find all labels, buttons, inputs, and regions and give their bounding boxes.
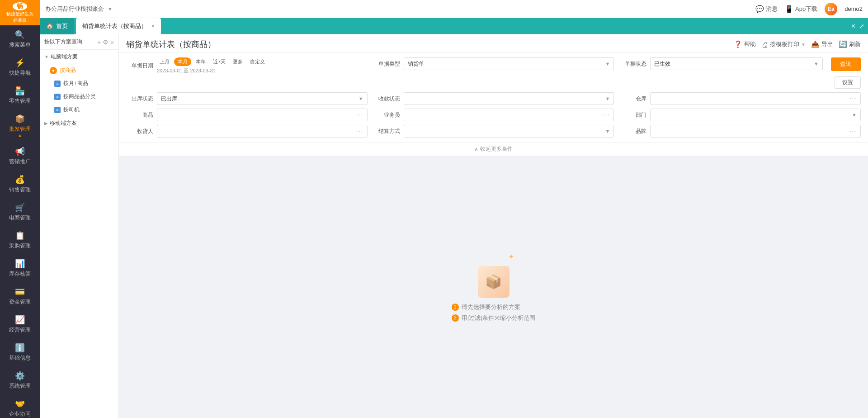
- download-icon: 📱: [785, 5, 793, 13]
- sidebar-item-finance[interactable]: 💳 资金管理: [0, 282, 40, 310]
- date-strip: 上月 本月 本年 近7天 更多 自定义: [157, 57, 368, 66]
- collapse-up-icon: ∧: [474, 146, 478, 152]
- settle-method-label: 结算方式: [373, 128, 404, 135]
- date-btn-custom[interactable]: 自定义: [247, 57, 268, 66]
- user-avatar[interactable]: Ea: [825, 3, 837, 15]
- sidebar-item-label: 经营管理: [9, 326, 31, 334]
- sidebar-item-inventory[interactable]: 📊 库存核算: [0, 254, 40, 282]
- tab-minimize-button[interactable]: ×: [851, 22, 855, 30]
- print-button[interactable]: 🖨 按模板打印 ▼: [761, 40, 806, 48]
- app-download-button[interactable]: 📱 App下载: [785, 5, 817, 13]
- settings-scheme-button[interactable]: ⚙: [103, 38, 108, 46]
- mobile-group-expand-icon: ▶: [44, 121, 48, 126]
- doc-type-control[interactable]: 销货单 ▼: [404, 57, 614, 70]
- user-name[interactable]: demo2: [844, 5, 863, 12]
- scheme-header-actions: + ⚙ «: [97, 38, 114, 46]
- settle-method-control[interactable]: ▼: [404, 125, 614, 138]
- brand-control[interactable]: ···: [650, 125, 861, 138]
- query-button[interactable]: 查询: [831, 57, 861, 71]
- product-control[interactable]: ···: [157, 109, 368, 121]
- doc-type-label: 单据类型: [373, 60, 404, 68]
- tab-close-button[interactable]: ×: [151, 23, 155, 29]
- warehouse-dots: ···: [849, 95, 857, 103]
- sidebar-item-system[interactable]: ⚙️ 系统管理: [0, 366, 40, 394]
- by-category-icon: ≡: [54, 94, 61, 100]
- doc-status-arrow: ▼: [814, 61, 819, 66]
- sales-icon: 💰: [15, 175, 25, 185]
- tab-active-label: 销货单统计表（按商品）: [82, 22, 147, 30]
- sidebar: 畅 畅捷信好生意 标准版 🔍 搜索菜单 ⚡ 快捷导航 🏪 零售管理 📦 批发管理…: [0, 0, 40, 418]
- sidebar-item-search[interactable]: 🔍 搜索菜单: [0, 25, 40, 53]
- left-panel-header: 按以下方案查询 + ⚙ «: [40, 34, 118, 50]
- filter-out-status: 出库状态 已出库 ▼: [126, 92, 368, 105]
- export-button[interactable]: 📤 导出: [811, 40, 833, 48]
- date-btn-last-month[interactable]: 上月: [157, 57, 172, 66]
- sidebar-item-sales[interactable]: 💰 销售管理: [0, 170, 40, 198]
- add-scheme-button[interactable]: +: [97, 38, 101, 46]
- breadcrumb-dropdown-icon[interactable]: ▼: [108, 6, 113, 12]
- collapse-panel-button[interactable]: «: [110, 38, 114, 46]
- sidebar-item-ecommerce[interactable]: 🛒 电商管理: [0, 198, 40, 226]
- scheme-item-by-product-category[interactable]: ≡ 按商品品分类: [40, 90, 118, 103]
- scheme-group-mobile-header[interactable]: ▶ 移动端方案: [40, 116, 118, 130]
- refresh-button[interactable]: 🔄 刷新: [839, 40, 861, 48]
- user-avatar-initial: Ea: [828, 6, 835, 12]
- hint-2-text: 用[过滤]条件来缩小分析范围: [462, 314, 535, 322]
- mobile-group-label: 移动端方案: [50, 119, 77, 127]
- date-btn-more[interactable]: 更多: [230, 57, 245, 66]
- warehouse-control[interactable]: ···: [650, 92, 861, 105]
- print-dropdown-icon[interactable]: ▼: [801, 42, 806, 47]
- filter-salesperson: 业务员 ···: [373, 109, 614, 121]
- doc-type-value: 销货单: [408, 60, 605, 68]
- date-btn-this-year[interactable]: 本年: [193, 57, 208, 66]
- date-btn-this-month[interactable]: 本月: [174, 57, 191, 66]
- sidebar-item-retail[interactable]: 🏪 零售管理: [0, 81, 40, 109]
- scheme-group-pc-header[interactable]: ▼ 电脑端方案: [40, 50, 118, 64]
- settle-method-arrow: ▼: [605, 128, 610, 134]
- export-label: 导出: [821, 40, 833, 48]
- retail-icon: 🏪: [15, 86, 25, 96]
- sidebar-item-basic[interactable]: ℹ️ 基础信息: [0, 338, 40, 366]
- tabbar: 🏠 首页 销货单统计表（按商品） × × ⤢: [40, 18, 868, 34]
- collect-status-control[interactable]: ▼: [404, 92, 614, 105]
- date-range: 2023-03-01 至 2023-03-31: [157, 67, 368, 74]
- collapse-button[interactable]: ∧ 收起更多条件: [474, 145, 513, 153]
- department-control[interactable]: ▼: [650, 109, 861, 121]
- tab-maximize-button[interactable]: ⤢: [859, 23, 864, 30]
- sidebar-item-wholesale[interactable]: 📦 批发管理 ▲: [0, 109, 40, 142]
- empty-hint-2: 2 用[过滤]条件来缩小分析范围: [452, 314, 535, 322]
- brand-dots: ···: [849, 127, 857, 135]
- logo-icon: 畅: [13, 2, 27, 10]
- scheme-item-by-month-product[interactable]: ≡ 按月+商品: [40, 77, 118, 90]
- refresh-label: 刷新: [849, 40, 861, 48]
- salesperson-control[interactable]: ···: [404, 109, 614, 121]
- scheme-item-by-product[interactable]: ● 按商品: [40, 64, 118, 77]
- date-btn-7days[interactable]: 近7天: [210, 57, 228, 66]
- tab-sales-stats[interactable]: 销货单统计表（按商品） ×: [76, 18, 161, 34]
- sidebar-item-cooperation[interactable]: 🤝 企业协同: [0, 394, 40, 418]
- sidebar-item-label: 采购管理: [9, 242, 31, 250]
- tab-home[interactable]: 🏠 首页: [40, 18, 74, 34]
- recipient-control[interactable]: ···: [157, 125, 368, 138]
- collect-status-arrow: ▼: [605, 96, 610, 101]
- salesperson-label: 业务员: [373, 111, 404, 119]
- sidebar-item-label: 资金管理: [9, 298, 31, 306]
- messages-button[interactable]: 💬 消息: [755, 5, 778, 13]
- sidebar-item-quick-nav[interactable]: ⚡ 快捷导航: [0, 53, 40, 81]
- department-label: 部门: [619, 111, 650, 119]
- scheme-item-label: 按商品品分类: [63, 93, 96, 100]
- sidebar-item-operation[interactable]: 📈 经营管理: [0, 310, 40, 338]
- pc-group-label: 电脑端方案: [51, 53, 78, 61]
- topbar-right: 💬 消息 📱 App下载 Ea demo2: [755, 3, 863, 15]
- settings-button[interactable]: 设置: [835, 76, 861, 89]
- sidebar-item-purchase[interactable]: 📋 采购管理: [0, 226, 40, 254]
- messages-label: 消息: [766, 5, 778, 13]
- sidebar-item-marketing[interactable]: 📢 营销推广: [0, 142, 40, 170]
- scheme-item-by-driver[interactable]: ≡ 按司机: [40, 103, 118, 116]
- inventory-icon: 📊: [15, 259, 25, 269]
- doc-status-control[interactable]: 已生效 ▼: [650, 57, 823, 70]
- help-button[interactable]: ❓ 帮助: [734, 40, 756, 48]
- out-status-control[interactable]: 已出库 ▼: [157, 92, 368, 105]
- brand-label: 品牌: [619, 128, 650, 135]
- sidebar-item-label: 企业协同: [9, 410, 31, 418]
